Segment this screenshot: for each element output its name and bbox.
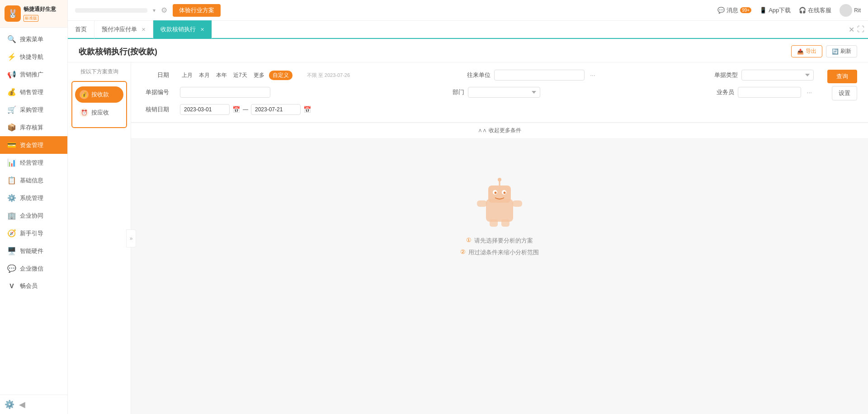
content-area: 按以下方案查询 💰 按收款 ⏰ 按应收 » xyxy=(68,62,868,414)
calendar-end-icon[interactable]: 📅 xyxy=(303,106,311,113)
sidebar-item-marketing[interactable]: 📢 营销推广 xyxy=(0,66,67,83)
sidebar-item-hardware[interactable]: 🖥️ 智能硬件 xyxy=(0,242,67,260)
management-icon: 📊 xyxy=(7,158,16,167)
bill-no-input[interactable] xyxy=(180,87,270,98)
expand-icon[interactable]: ⛶ xyxy=(857,25,864,33)
filter-options-container: 💰 按收款 ⏰ 按应收 xyxy=(71,81,127,128)
topbar-chevron-icon[interactable]: ▾ xyxy=(153,7,156,14)
dept-select[interactable] xyxy=(468,87,540,98)
sidebar-item-system[interactable]: ⚙️ 系统管理 xyxy=(0,189,67,207)
sidebar-item-basic[interactable]: 📋 基础信息 xyxy=(0,171,67,189)
user-account[interactable]: Rit xyxy=(840,4,861,17)
svg-rect-11 xyxy=(501,219,509,227)
sidebar-item-label: 智能硬件 xyxy=(20,247,43,255)
online-service-button[interactable]: 🎧 在线客服 xyxy=(799,6,831,14)
filter-option-label: 按收款 xyxy=(91,90,109,99)
date-no-limit: 不限 至 2023-07-26 xyxy=(307,72,350,79)
collapse-filter-panel-button[interactable]: » xyxy=(126,229,136,247)
collapse-arrow-icon: ∧∧ xyxy=(478,127,487,133)
collapse-more-conditions[interactable]: ∧∧ 收起更多条件 xyxy=(131,123,868,138)
industry-solution-button[interactable]: 体验行业方案 xyxy=(173,4,221,17)
sidebar-item-wechat[interactable]: 💬 企业微信 xyxy=(0,260,67,277)
svg-point-5 xyxy=(504,192,506,194)
counterparty-input[interactable] xyxy=(494,70,585,81)
topbar: ▾ ⚙ 体验行业方案 💬 消息 99+ 📱 App下载 🎧 在线客服 Rit xyxy=(68,0,868,21)
sidebar-item-label: 库存核算 xyxy=(20,124,43,132)
sidebar-item-label: 基础信息 xyxy=(20,176,43,185)
date-btn-this-year[interactable]: 本年 xyxy=(214,71,229,80)
query-area: 日期 上月 本月 本年 近7天 更多 自定义 不限 至 2023-07-26 xyxy=(131,62,868,414)
refresh-icon: 🔄 xyxy=(832,48,839,55)
tab-prepay[interactable]: 预付冲应付单 ✕ xyxy=(94,20,153,38)
settings-button[interactable]: 设置 xyxy=(832,86,857,100)
staff-input[interactable] xyxy=(738,87,801,98)
writeoff-end-date[interactable] xyxy=(251,104,301,115)
settings-icon[interactable]: ⚙️ xyxy=(5,400,14,409)
hardware-icon: 🖥️ xyxy=(7,247,16,255)
filter-option-by-receipt[interactable]: 💰 按收款 xyxy=(75,86,123,103)
message-label: 消息 xyxy=(726,6,738,14)
date-btn-last-month[interactable]: 上月 xyxy=(180,71,194,80)
system-icon: ⚙️ xyxy=(7,194,16,202)
topbar-gear-icon[interactable]: ⚙ xyxy=(161,6,167,14)
svg-rect-10 xyxy=(490,219,498,227)
sales-icon: 💰 xyxy=(7,88,16,96)
tab-prepay-close-icon[interactable]: ✕ xyxy=(142,27,146,33)
inventory-icon: 📦 xyxy=(7,123,16,132)
svg-rect-1 xyxy=(488,186,511,203)
by-receivable-icon: ⏰ xyxy=(80,108,89,117)
sidebar-item-management[interactable]: 📊 经营管理 xyxy=(0,154,67,171)
tab-receipt-writeoff[interactable]: 收款核销执行 ✕ xyxy=(153,20,212,38)
refresh-button[interactable]: 🔄 刷新 xyxy=(826,45,857,57)
sidebar-item-purchase[interactable]: 🛒 采购管理 xyxy=(0,101,67,119)
form-row-writeoff-date: 核销日期 📅 — 📅 xyxy=(142,104,814,115)
empty-robot-svg xyxy=(472,174,527,228)
tab-home-label: 首页 xyxy=(75,25,87,33)
logo-name: 畅捷通好生意 xyxy=(24,5,56,13)
date-btn-custom[interactable]: 自定义 xyxy=(269,71,292,80)
form-row-date: 日期 上月 本月 本年 近7天 更多 自定义 不限 至 2023-07-26 xyxy=(142,70,814,81)
close-tab-icon[interactable]: ✕ xyxy=(849,25,854,34)
export-label: 导出 xyxy=(806,48,816,55)
sidebar-item-label: 快捷导航 xyxy=(20,53,43,61)
query-button[interactable]: 查询 xyxy=(827,70,857,83)
tab-receipt-writeoff-label: 收款核销执行 xyxy=(160,25,196,33)
date-btn-more[interactable]: 更多 xyxy=(252,71,266,80)
export-button[interactable]: 📤 导出 xyxy=(791,45,822,57)
sidebar-item-vip[interactable]: V 畅会员 xyxy=(0,277,67,295)
sidebar-item-label: 资金管理 xyxy=(20,141,43,149)
online-service-icon: 🎧 xyxy=(799,7,806,14)
sidebar-item-inventory[interactable]: 📦 库存核算 xyxy=(0,119,67,136)
refresh-label: 刷新 xyxy=(840,48,851,55)
sidebar-item-funds[interactable]: 💳 资金管理 xyxy=(0,136,67,154)
sidebar-item-enterprise[interactable]: 🏢 企业协同 xyxy=(0,207,67,224)
wechat-icon: 💬 xyxy=(7,264,16,273)
online-service-label: 在线客服 xyxy=(808,6,831,14)
app-download-button[interactable]: 📱 App下载 xyxy=(760,6,791,14)
sidebar-item-guide[interactable]: 🧭 新手引导 xyxy=(0,224,67,242)
date-btn-this-month[interactable]: 本月 xyxy=(197,71,212,80)
purchase-icon: 🛒 xyxy=(7,105,16,114)
empty-hint-2: ② 用过滤条件来缩小分析范围 xyxy=(460,248,539,257)
sidebar-item-sales[interactable]: 💰 销售管理 xyxy=(0,83,67,101)
filter-option-by-receivable[interactable]: ⏰ 按应收 xyxy=(75,105,123,121)
marketing-icon: 📢 xyxy=(7,70,16,79)
enterprise-icon: 🏢 xyxy=(7,211,16,220)
staff-more-icon[interactable]: ··· xyxy=(805,88,814,97)
sidebar-item-label: 采购管理 xyxy=(20,106,43,114)
bill-type-select[interactable] xyxy=(741,70,814,81)
form-row-billno: 单据编号 部门 业务员 ··· xyxy=(142,87,814,98)
sidebar-item-search-menu[interactable]: 🔍 搜索菜单 xyxy=(0,30,67,48)
page-actions: 📤 导出 🔄 刷新 xyxy=(791,45,857,57)
tab-receipt-writeoff-close-icon[interactable]: ✕ xyxy=(200,27,204,33)
writeoff-start-date[interactable] xyxy=(180,104,230,115)
counterparty-more-icon[interactable]: ··· xyxy=(588,71,597,80)
tab-home[interactable]: 首页 xyxy=(68,20,94,38)
date-label: 日期 xyxy=(142,71,169,79)
sidebar-item-quick-nav[interactable]: ⚡ 快捷导航 xyxy=(0,48,67,66)
calendar-start-icon[interactable]: 📅 xyxy=(232,106,240,113)
message-button[interactable]: 💬 消息 99+ xyxy=(717,6,751,14)
collapse-sidebar-icon[interactable]: ◀ xyxy=(19,400,25,409)
date-btn-7days[interactable]: 近7天 xyxy=(231,71,249,80)
sidebar-bottom: ⚙️ ◀ xyxy=(0,395,67,414)
